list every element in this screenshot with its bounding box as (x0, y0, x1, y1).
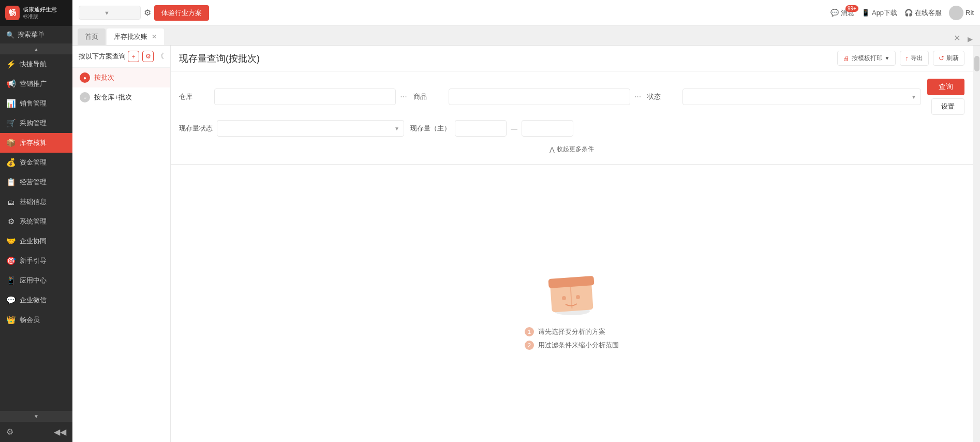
sidebar-scroll-up[interactable]: ▲ (0, 44, 72, 54)
tab-home[interactable]: 首页 (78, 28, 106, 45)
sidebar-search[interactable]: 🔍 搜索菜单 (0, 26, 72, 44)
qiye-icon: 🤝 (6, 237, 16, 246)
empty-hint-1: 1 请先选择要分析的方案 (525, 327, 619, 336)
sidebar-item-xiaoshou[interactable]: 📊 销售管理 (0, 94, 72, 113)
search-label: 搜索菜单 (18, 30, 44, 39)
tab-kucun-pici[interactable]: 库存批次账 ✕ (107, 28, 164, 45)
message-icon: 💬 (830, 9, 839, 17)
schema-item-cangku-pici[interactable]: ○ 按仓库+批次 (72, 87, 170, 107)
export-button[interactable]: ↑ 导出 (900, 51, 929, 66)
message-button[interactable]: 💬 消息 99+ (830, 8, 854, 18)
tab-close-icon[interactable]: ✕ (152, 33, 157, 40)
tabbar-expand-icon[interactable]: ▶ (966, 33, 975, 45)
user-profile-button[interactable]: Rit (949, 6, 974, 20)
schema-item-pici[interactable]: ● 按批次 (72, 68, 170, 87)
schema-inactive-icon: ○ (80, 92, 90, 102)
hint-text-1: 请先选择要分析的方案 (538, 327, 605, 336)
inventory-status-select[interactable]: ▼ (217, 120, 404, 137)
xinshou-icon: 🎯 (6, 256, 16, 266)
app-version: 标准版 (23, 13, 57, 20)
schema-active-icon: ● (80, 72, 90, 83)
sidebar-scroll-down[interactable]: ▼ (0, 411, 72, 421)
app-logo: 畅 (5, 6, 20, 20)
inventory-qty-from-input[interactable] (455, 120, 507, 137)
sidebar-item-xitong[interactable]: ⚙ 系统管理 (0, 212, 72, 231)
topbar-gear-icon[interactable]: ⚙ (144, 8, 151, 18)
warehouse-field: 仓库 ··· (179, 89, 407, 105)
hint-text-2: 用过滤条件来缩小分析范围 (538, 341, 619, 350)
print-button[interactable]: 🖨 按模板打印 ▼ (837, 51, 896, 66)
sidebar-item-xinshou[interactable]: 🎯 新手引导 (0, 251, 72, 271)
status-label: 状态 (647, 92, 678, 101)
headset-icon: 🎧 (904, 9, 913, 17)
tab-kucun-pici-label: 库存批次账 (114, 32, 147, 41)
printer-icon: 🖨 (843, 54, 850, 62)
topbar-search-box[interactable]: ▼ (79, 6, 141, 20)
export-icon: ↑ (905, 54, 909, 62)
refresh-icon: ↺ (939, 54, 944, 62)
content-area: 按以下方案查询 ＋ ⚙ 《 ● 按批次 ○ 按仓库+批次 现存量查询(按批次) (72, 46, 980, 442)
online-service-label: 在线客服 (915, 8, 942, 18)
sidebar-item-qiye[interactable]: 🤝 企业协同 (0, 231, 72, 251)
sidebar-item-kuaijie[interactable]: ⚡ 快捷导航 (0, 54, 72, 74)
inventory-qty-to-input[interactable] (522, 120, 573, 137)
empty-svg (541, 257, 603, 319)
print-dropdown-icon: ▼ (885, 55, 890, 61)
sidebar-item-zijin[interactable]: 💰 资金管理 (0, 153, 72, 172)
inv-status-dropdown-icon: ▼ (394, 126, 399, 131)
sidebar-item-label: 应用中心 (20, 276, 47, 285)
setting-button[interactable]: 设置 (931, 98, 964, 115)
chevron-up-icon: ⋀ (550, 146, 555, 153)
search-icon: 🔍 (6, 31, 14, 39)
add-schema-button[interactable]: ＋ (128, 51, 139, 62)
xitong-icon: ⚙ (6, 217, 16, 226)
sidebar-item-label: 销售管理 (20, 99, 47, 108)
kucun-icon: 📦 (6, 138, 16, 148)
scrollbar-thumb[interactable] (974, 56, 979, 71)
left-panel-actions: ＋ ⚙ 《 (128, 51, 164, 62)
huiyuan-icon: 👑 (6, 315, 16, 325)
tabbar: 首页 库存批次账 ✕ ✕ ▶ (72, 26, 980, 46)
app-download-button[interactable]: 📱 App下载 (862, 8, 897, 18)
yingyong-icon: 📱 (6, 276, 16, 285)
empty-hints: 1 请先选择要分析的方案 2 用过滤条件来缩小分析范围 (525, 327, 619, 350)
warehouse-more-icon[interactable]: ··· (400, 92, 407, 101)
schema-pici-label: 按批次 (94, 73, 114, 82)
query-button[interactable]: 查询 (927, 79, 964, 95)
inventory-status-field: 现存量状态 ▼ (179, 120, 404, 137)
sidebar-item-yingxiao[interactable]: 📢 营销推广 (0, 74, 72, 94)
sidebar-item-huiyuan[interactable]: 👑 畅会员 (0, 310, 72, 330)
goods-input[interactable] (449, 89, 630, 105)
schema-cangku-pici-label: 按仓库+批次 (94, 93, 132, 102)
sidebar-item-yingyong[interactable]: 📱 应用中心 (0, 271, 72, 290)
jingying-icon: 📋 (6, 178, 16, 187)
right-panel: 现存量查询(按批次) 🖨 按模板打印 ▼ ↑ 导出 ↺ 刷新 (171, 46, 973, 442)
sidebar-item-kucun[interactable]: 📦 库存核算 (0, 133, 72, 153)
trial-button[interactable]: 体验行业方案 (154, 5, 209, 21)
page-header: 现存量查询(按批次) 🖨 按模板打印 ▼ ↑ 导出 ↺ 刷新 (171, 46, 973, 71)
collapse-more-button[interactable]: ⋀ 收起更多条件 (179, 142, 964, 157)
sidebar-item-jichu[interactable]: 🗂 基础信息 (0, 192, 72, 212)
page-actions: 🖨 按模板打印 ▼ ↑ 导出 ↺ 刷新 (837, 51, 964, 66)
app-name: 畅康通好生意 (23, 6, 57, 13)
status-select[interactable]: ▼ (682, 89, 921, 105)
sidebar-item-label: 营销推广 (20, 79, 47, 89)
export-label: 导出 (911, 54, 923, 63)
warehouse-input[interactable] (214, 89, 396, 105)
right-scrollbar[interactable] (973, 46, 980, 442)
app-download-icon: 📱 (862, 9, 870, 17)
sidebar-item-weixin[interactable]: 💬 企业微信 (0, 290, 72, 310)
collapse-sidebar-icon[interactable]: ◀◀ (54, 427, 66, 437)
kuaijie-icon: ⚡ (6, 60, 16, 69)
sidebar-item-caigou[interactable]: 🛒 采购管理 (0, 113, 72, 133)
sidebar-item-label: 基础信息 (20, 197, 47, 207)
schema-settings-button[interactable]: ⚙ (142, 51, 154, 62)
tabbar-close-icon[interactable]: ✕ (949, 31, 964, 45)
settings-icon[interactable]: ⚙ (6, 427, 13, 437)
collapse-panel-icon[interactable]: 《 (157, 52, 164, 61)
online-service-button[interactable]: 🎧 在线客服 (904, 8, 942, 18)
sidebar-item-jingying[interactable]: 📋 经营管理 (0, 172, 72, 192)
sidebar-item-label: 资金管理 (20, 158, 47, 167)
refresh-button[interactable]: ↺ 刷新 (933, 51, 964, 66)
goods-more-icon[interactable]: ··· (634, 92, 641, 101)
